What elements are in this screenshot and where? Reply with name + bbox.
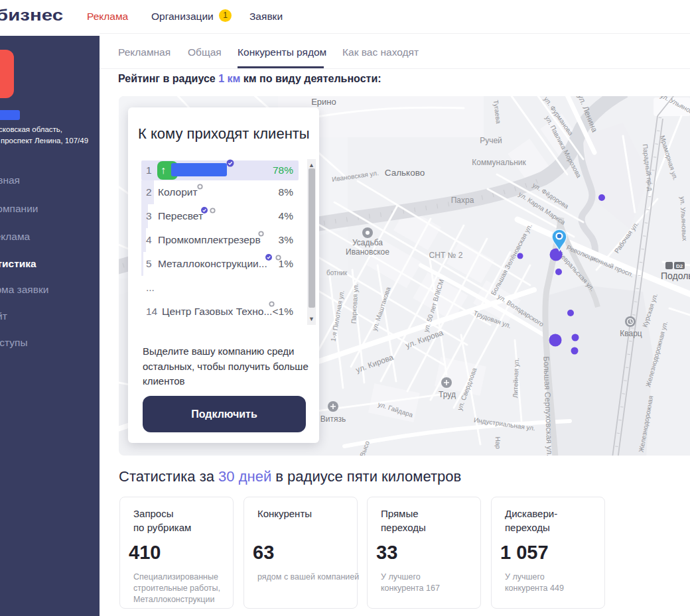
svg-text:D2: D2 <box>676 263 683 269</box>
svg-text:Труд: Труд <box>439 390 456 399</box>
svg-text:Нар: Нар <box>494 437 502 450</box>
svg-text:Ерино: Ерино <box>311 97 336 107</box>
svg-text:Подольск: Подольск <box>661 271 690 281</box>
svg-text:СНТ № 2: СНТ № 2 <box>429 251 463 260</box>
svg-text:ботник: ботник <box>326 269 348 277</box>
svg-text:Ручей: Ручей <box>480 136 502 145</box>
svg-text:Усадьба: Усадьба <box>352 238 383 247</box>
svg-text:Пахра: Пахра <box>451 196 474 205</box>
svg-text:Витязь: Витязь <box>320 414 346 424</box>
svg-text:Литейная ул.: Литейная ул. <box>512 357 520 398</box>
svg-text:Коммунальник: Коммунальник <box>472 158 526 167</box>
svg-text:Кварц: Кварц <box>620 329 642 338</box>
svg-text:Ивановское: Ивановское <box>346 247 389 257</box>
svg-text:Сальково: Сальково <box>385 168 425 178</box>
